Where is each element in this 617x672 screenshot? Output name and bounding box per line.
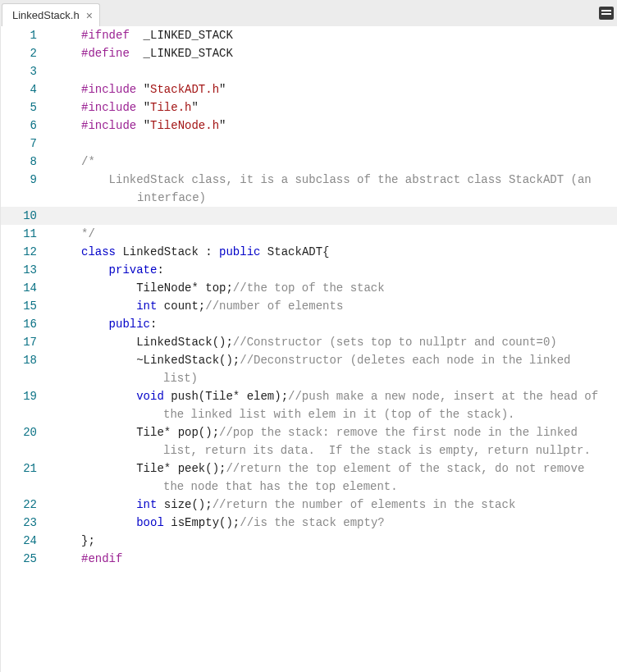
code-content: #endif (52, 550, 617, 568)
code-line[interactable]: 10 (1, 207, 617, 225)
code-content: Tile* pop();//pop the stack: remove the … (52, 423, 617, 441)
line-number: 4 (1, 80, 52, 98)
code-line[interactable]: 9 LinkedStack class, it is a subclass of… (1, 171, 617, 189)
code-line[interactable]: 14 TileNode* top;//the top of the stack (1, 279, 617, 297)
line-number: 10 (1, 207, 52, 225)
code-line[interactable]: 21 Tile* peek();//return the top element… (1, 459, 617, 478)
code-line[interactable]: 7 (1, 135, 617, 153)
line-number: 8 (1, 153, 52, 171)
code-line[interactable]: 12class LinkedStack : public StackADT{ (1, 243, 617, 261)
code-line[interactable]: 2#define _LINKED_STACK (1, 44, 617, 62)
code-line[interactable]: 17 LinkedStack();//Constructor (sets top… (1, 333, 617, 351)
line-number: 3 (1, 62, 52, 80)
code-content: LinkedStack();//Constructor (sets top to… (52, 333, 617, 351)
code-line-wrap[interactable]: interface) (1, 189, 617, 207)
code-line[interactable]: 22 int size();//return the number of ele… (1, 496, 617, 514)
code-line[interactable]: 13 private: (1, 261, 617, 279)
code-line-wrap[interactable]: the linked list with elem in it (top of … (1, 405, 617, 423)
line-number: 22 (1, 496, 52, 514)
tab-bar: LinkedStack.h × (0, 0, 617, 26)
code-content: #ifndef _LINKED_STACK (52, 26, 617, 44)
code-line-wrap[interactable]: the node that has the top element. (1, 478, 617, 496)
code-content: #define _LINKED_STACK (52, 44, 617, 62)
panel-icon[interactable] (599, 7, 614, 20)
code-content: Tile* peek();//return the top element of… (52, 459, 617, 478)
line-number: 25 (1, 550, 52, 568)
code-line[interactable]: 23 bool isEmpty();//is the stack empty? (1, 514, 617, 532)
code-line-wrap[interactable]: list, return its data. If the stack is e… (1, 441, 617, 459)
code-line[interactable]: 18 ~LinkedStack();//Deconstructor (delet… (1, 351, 617, 369)
code-line[interactable]: 11*/ (1, 225, 617, 243)
code-content: class LinkedStack : public StackADT{ (52, 243, 617, 261)
code-content: the linked list with elem in it (top of … (52, 405, 617, 423)
code-line[interactable]: 16 public: (1, 315, 617, 333)
line-number: 17 (1, 333, 52, 351)
code-content: #include "TileNode.h" (52, 117, 617, 135)
code-content: int count;//number of elements (52, 297, 617, 315)
code-content: }; (52, 532, 617, 550)
code-line-wrap[interactable]: list) (1, 369, 617, 387)
code-line[interactable]: 8/* (1, 153, 617, 171)
code-line[interactable]: 3 (1, 62, 617, 80)
tab-filename: LinkedStack.h (12, 9, 80, 21)
code-content: the node that has the top element. (52, 478, 617, 496)
code-content: TileNode* top;//the top of the stack (52, 279, 617, 297)
code-content: interface) (52, 189, 617, 207)
line-number: 23 (1, 514, 52, 532)
line-number: 11 (1, 225, 52, 243)
line-number: 20 (1, 423, 52, 441)
line-number: 13 (1, 261, 52, 279)
line-number: 6 (1, 117, 52, 135)
code-content: private: (52, 261, 617, 279)
code-content: public: (52, 315, 617, 333)
code-line[interactable]: 4#include "StackADT.h" (1, 80, 617, 98)
file-tab[interactable]: LinkedStack.h × (2, 3, 100, 26)
code-line[interactable]: 20 Tile* pop();//pop the stack: remove t… (1, 423, 617, 441)
code-content: /* (52, 153, 617, 171)
line-number: 19 (1, 387, 52, 405)
line-number: 2 (1, 44, 52, 62)
code-content: LinkedStack class, it is a subclass of t… (52, 171, 617, 189)
line-number: 16 (1, 315, 52, 333)
code-line[interactable]: 25#endif (1, 550, 617, 568)
code-line[interactable]: 1#ifndef _LINKED_STACK (1, 26, 617, 44)
code-line[interactable]: 19 void push(Tile* elem);//push make a n… (1, 387, 617, 405)
code-content: */ (52, 225, 617, 243)
line-number: 9 (1, 171, 52, 189)
code-content: ~LinkedStack();//Deconstructor (deletes … (52, 351, 617, 369)
code-line[interactable]: 24}; (1, 532, 617, 550)
code-content: #include "StackADT.h" (52, 80, 617, 98)
code-content: #include "Tile.h" (52, 98, 617, 117)
code-content: bool isEmpty();//is the stack empty? (52, 514, 617, 532)
line-number: 12 (1, 243, 52, 261)
code-content: list) (52, 369, 617, 387)
line-number: 21 (1, 459, 52, 478)
code-line[interactable]: 15 int count;//number of elements (1, 297, 617, 315)
line-number: 1 (1, 26, 52, 44)
code-content: void push(Tile* elem);//push make a new … (52, 387, 617, 405)
code-line[interactable]: 5#include "Tile.h" (1, 98, 617, 117)
line-number: 18 (1, 351, 52, 369)
line-number: 24 (1, 532, 52, 550)
line-number: 15 (1, 297, 52, 315)
code-content: int size();//return the number of elemen… (52, 496, 617, 514)
close-icon[interactable]: × (86, 10, 93, 21)
line-number: 5 (1, 98, 52, 117)
line-number: 14 (1, 279, 52, 297)
line-number: 7 (1, 135, 52, 153)
code-content: list, return its data. If the stack is e… (52, 441, 617, 459)
code-line[interactable]: 6#include "TileNode.h" (1, 117, 617, 135)
code-editor[interactable]: 1#ifndef _LINKED_STACK2#define _LINKED_S… (0, 26, 617, 672)
